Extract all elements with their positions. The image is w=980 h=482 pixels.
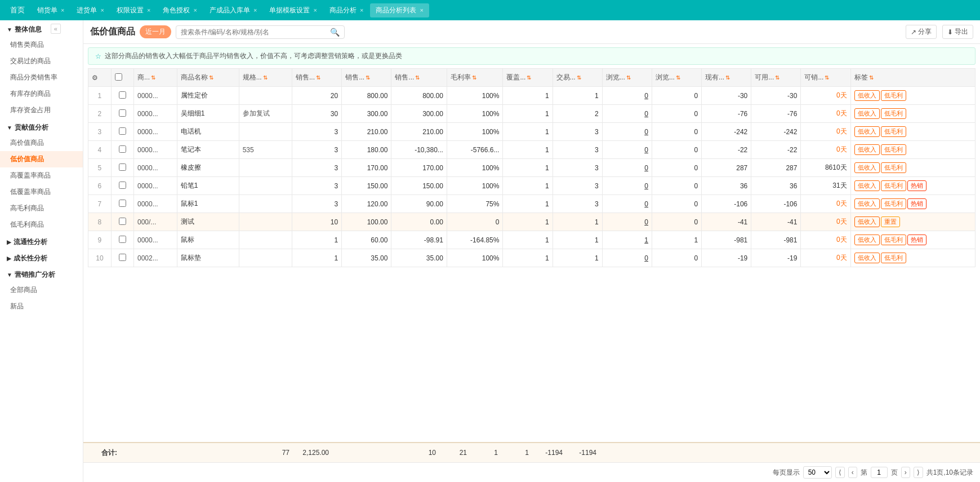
row-check[interactable] [119, 163, 126, 171]
nav-roles[interactable]: 角色授权 × [157, 3, 202, 17]
th-tags[interactable]: 标签⇅ [850, 69, 975, 87]
th-browse1[interactable]: 浏览...⇅ [602, 69, 652, 87]
row-checkbox[interactable] [111, 105, 133, 123]
row-v7[interactable]: 0 [602, 213, 652, 231]
share-btn[interactable]: ↗ 分享 [906, 25, 937, 39]
table-container[interactable]: ⚙ 商...⇅ 商品名称⇅ 规格...⇅ 销售...⇅ 销售...⇅ 销售...… [83, 68, 980, 442]
filter-period-btn[interactable]: 近一月 [140, 25, 171, 38]
row-checkbox[interactable] [111, 159, 133, 177]
row-checkbox[interactable] [111, 87, 133, 105]
row-v7[interactable]: 0 [602, 159, 652, 177]
sidebar-group-overview[interactable]: ▼ 整体信息 [0, 20, 48, 37]
browse-link[interactable]: 0 [644, 128, 648, 136]
row-checkbox[interactable] [111, 231, 133, 249]
nav-templates[interactable]: 单据模板设置 × [264, 3, 322, 17]
row-v7[interactable]: 0 [602, 105, 652, 123]
th-code[interactable]: 商...⇅ [133, 69, 177, 87]
sidebar-item-traded-products[interactable]: 交易过的商品 [0, 53, 83, 69]
row-checkbox[interactable] [111, 195, 133, 213]
row-check[interactable] [119, 145, 126, 153]
row-checkbox[interactable] [111, 249, 133, 267]
sidebar-item-high-profit[interactable]: 高毛利商品 [0, 200, 83, 216]
sidebar-group-contribution[interactable]: ▼ 贡献值分析 [0, 118, 83, 135]
th-browse2[interactable]: 浏览...⇅ [652, 69, 701, 87]
th-coverage[interactable]: 覆盖...⇅ [503, 69, 553, 87]
row-check[interactable] [119, 127, 126, 135]
browse-link[interactable]: 0 [644, 92, 648, 100]
row-v7[interactable]: 1 [602, 231, 652, 249]
th-settings[interactable]: ⚙ [88, 69, 112, 87]
browse-link[interactable]: 0 [644, 146, 648, 154]
browse-link[interactable]: 0 [644, 110, 648, 118]
prev-page-btn[interactable]: ‹ [848, 467, 857, 478]
row-check[interactable] [119, 91, 126, 99]
row-v7[interactable]: 0 [602, 177, 652, 195]
sidebar-item-low-value[interactable]: 低价值商品 [0, 151, 83, 167]
browse-link[interactable]: 0 [644, 164, 648, 172]
th-v3[interactable]: 销售...⇅ [391, 69, 447, 87]
next-page-btn[interactable]: › [901, 467, 910, 478]
row-check[interactable] [119, 200, 126, 207]
browse-link[interactable]: 0 [644, 218, 648, 226]
row-check[interactable] [119, 109, 126, 117]
nav-purchase[interactable]: 进货单 × [71, 3, 109, 17]
export-btn[interactable]: ⬇ 导出 [942, 25, 973, 39]
sidebar-group-growth[interactable]: ▶ 成长性分析 [0, 249, 83, 266]
row-v7[interactable]: 0 [602, 141, 652, 159]
row-check[interactable] [119, 236, 126, 243]
th-current-stock[interactable]: 现有...⇅ [702, 69, 751, 87]
page-input[interactable] [871, 467, 888, 478]
sidebar-group-circulation[interactable]: ▶ 流通性分析 [0, 233, 83, 249]
sidebar-item-high-coverage[interactable]: 高覆盖率商品 [0, 167, 83, 184]
per-page-select[interactable]: 50 100 200 [803, 466, 832, 479]
row-v4: -164.85% [447, 231, 503, 249]
row-checkbox[interactable] [111, 177, 133, 195]
browse-link[interactable]: 0 [644, 182, 648, 190]
nav-permissions[interactable]: 权限设置 × [111, 3, 156, 17]
sidebar-item-sales-products[interactable]: 销售类商品 [0, 37, 83, 53]
row-check[interactable] [119, 218, 126, 225]
first-page-btn[interactable]: ⟨ [835, 467, 845, 478]
sidebar-item-inventory-funds[interactable]: 库存资金占用 [0, 102, 83, 118]
select-all-checkbox[interactable] [115, 73, 122, 81]
sidebar-item-category-rate[interactable]: 商品分类销售率 [0, 69, 83, 86]
th-profit-rate[interactable]: 毛利率⇅ [447, 69, 503, 87]
sidebar-item-low-coverage[interactable]: 低覆盖率商品 [0, 184, 83, 200]
th-name[interactable]: 商品名称⇅ [177, 69, 239, 87]
row-checkbox[interactable] [111, 213, 133, 231]
nav-warehouse[interactable]: 产成品入库单 × [204, 3, 262, 17]
last-page-btn[interactable]: ⟩ [914, 467, 923, 478]
th-checkbox[interactable] [111, 69, 133, 87]
sidebar-item-new-products[interactable]: 新品 [0, 298, 83, 315]
row-v7[interactable]: 0 [602, 123, 652, 141]
sidebar-item-all-products[interactable]: 全部商品 [0, 282, 83, 298]
nav-sales[interactable]: 销货单 × [32, 3, 70, 17]
row-checkbox[interactable] [111, 123, 133, 141]
nav-analysis-list[interactable]: 商品分析列表 × [370, 3, 429, 17]
th-v2[interactable]: 销售...⇅ [342, 69, 391, 87]
browse-link[interactable]: 0 [644, 254, 648, 262]
browse-link[interactable]: 1 [644, 236, 648, 244]
row-checkbox[interactable] [111, 141, 133, 159]
row-v7[interactable]: 0 [602, 87, 652, 105]
sidebar-group-marketing[interactable]: ▼ 营销推广分析 [0, 266, 83, 282]
row-check[interactable] [119, 254, 126, 261]
th-transaction[interactable]: 交易...⇅ [553, 69, 602, 87]
nav-home[interactable]: 首页 [5, 3, 30, 17]
sidebar-collapse-btn[interactable]: « [51, 24, 61, 34]
th-available-stock[interactable]: 可用...⇅ [751, 69, 801, 87]
sidebar-item-low-profit[interactable]: 低毛利商品 [0, 216, 83, 233]
th-spec[interactable]: 规格...⇅ [239, 69, 292, 87]
th-v1[interactable]: 销售...⇅ [292, 69, 342, 87]
row-check[interactable] [119, 182, 126, 189]
search-input[interactable] [181, 28, 330, 36]
browse-link[interactable]: 0 [644, 200, 648, 208]
th-saleable-stock[interactable]: 可销...⇅ [801, 69, 850, 87]
row-v7[interactable]: 0 [602, 195, 652, 213]
row-v9: -41 [702, 213, 751, 231]
search-icon[interactable]: 🔍 [330, 28, 340, 37]
sidebar-item-high-value[interactable]: 高价值商品 [0, 135, 83, 151]
nav-analysis[interactable]: 商品分析 × [324, 3, 369, 17]
row-v7[interactable]: 0 [602, 249, 652, 267]
sidebar-item-stock-products[interactable]: 有库存的商品 [0, 86, 83, 102]
